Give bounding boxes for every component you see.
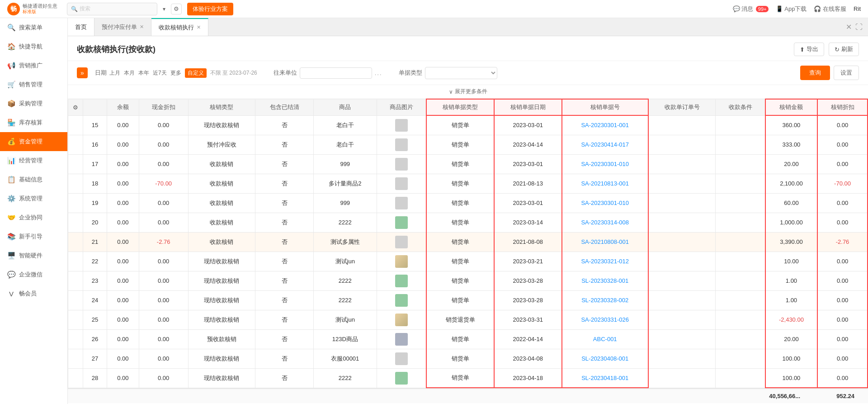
cell-receipt-order-no — [648, 290, 716, 310]
tab-collect-close[interactable]: ✕ — [197, 24, 201, 30]
refresh-button[interactable]: ↻ 刷新 — [829, 43, 859, 56]
date-custom-btn[interactable]: 自定义 — [185, 68, 207, 78]
sidebar-item-inventory[interactable]: 🏪 库存核算 — [0, 113, 67, 132]
user-name[interactable]: Rit — [854, 5, 861, 12]
expand-conditions-btn[interactable]: ∨ 展开更多条件 — [449, 88, 487, 95]
sidebar-item-shortcuts[interactable]: 🏠 快捷导航 — [0, 37, 67, 56]
logo-text: 畅捷通谱好生意 标准版 — [23, 3, 57, 14]
bill-no-link[interactable]: SA-20230314-008 — [581, 219, 629, 226]
export-button[interactable]: ⬆ 导出 — [794, 43, 824, 56]
bill-no-link[interactable]: SA-20230321-012 — [581, 258, 629, 265]
date-btn-7days[interactable]: 近7天 — [153, 69, 167, 77]
cell-writeoff-bill-date: 2023-03-28 — [494, 271, 562, 290]
tab-collect[interactable]: 收款核销执行 ✕ — [151, 18, 208, 36]
cell-settings — [68, 174, 83, 193]
sidebar-item-operations[interactable]: 📊 经营管理 — [0, 151, 67, 170]
cell-writeoff-bill-no[interactable]: SA-20230301-010 — [562, 154, 648, 174]
sidebar-item-enterprise[interactable]: 🤝 企业协同 — [0, 208, 67, 227]
settings-button[interactable]: 设置 — [834, 66, 859, 80]
bill-no-link[interactable]: SA-20210813-001 — [581, 180, 629, 187]
cell-writeoff-bill-no[interactable]: SA-20230331-026 — [562, 310, 648, 329]
tab-prepay-close[interactable]: ✕ — [140, 24, 144, 30]
bill-no-link[interactable]: ABC-001 — [593, 336, 617, 342]
sidebar-item-sales[interactable]: 🛒 销售管理 — [0, 75, 67, 94]
th-balance: 余额 — [107, 99, 139, 115]
date-btn-this-year[interactable]: 本年 — [138, 69, 149, 77]
query-button[interactable]: 查询 — [800, 66, 830, 80]
filter-expand-arrow[interactable]: » — [77, 67, 88, 78]
cell-writeoff-bill-no[interactable]: SA-20230321-012 — [562, 252, 648, 271]
cell-receipt-condition — [716, 115, 765, 135]
tab-bar: 首页 预付冲应付单 ✕ 收款核销执行 ✕ ✕ ⛶ — [68, 18, 868, 36]
bill-no-link[interactable]: SL-20230418-001 — [581, 375, 628, 381]
bill-no-link[interactable]: SA-20230301-010 — [581, 161, 629, 167]
messages-link[interactable]: 💬 消息 99+ — [733, 5, 769, 13]
date-btn-this-month[interactable]: 本月 — [124, 69, 135, 77]
cell-writeoff-type: 现结收款核销 — [188, 310, 255, 329]
export-icon: ⬆ — [800, 46, 805, 53]
industry-solution-button[interactable]: 体验行业方案 — [187, 3, 233, 15]
cell-writeoff-bill-date: 2021-08-13 — [494, 174, 562, 193]
sidebar-item-member[interactable]: V 畅会员 — [0, 284, 67, 303]
cell-writeoff-bill-no[interactable]: SA-20230314-008 — [562, 213, 648, 232]
th-product: 商品 — [313, 99, 377, 115]
tab-maximize[interactable]: ⛶ — [855, 23, 863, 31]
cell-receipt-condition — [716, 154, 765, 174]
bill-no-link[interactable]: SL-20230328-002 — [581, 297, 628, 304]
receipt-type-select[interactable] — [425, 67, 497, 79]
bill-no-link[interactable]: SA-20210808-001 — [581, 238, 629, 245]
bill-no-link[interactable]: SA-20230414-017 — [581, 141, 629, 148]
cell-writeoff-bill-no[interactable]: SA-20210813-001 — [562, 174, 648, 193]
cell-writeoff-bill-no[interactable]: SL-20230328-002 — [562, 290, 648, 310]
cell-writeoff-bill-no[interactable]: SA-20230414-017 — [562, 135, 648, 154]
tab-home[interactable]: 首页 — [68, 18, 94, 36]
cell-receipt-order-no — [648, 271, 716, 290]
cell-writeoff-bill-date: 2023-03-14 — [494, 213, 562, 232]
bill-no-link[interactable]: SA-20230301-010 — [581, 200, 629, 206]
bill-no-link[interactable]: SA-20230331-026 — [581, 316, 629, 323]
cell-receipt-order-no — [648, 193, 716, 213]
cell-receipt-condition — [716, 368, 765, 388]
search-dropdown[interactable]: ▾ — [163, 6, 165, 12]
cell-cash-discount: 0.00 — [139, 252, 188, 271]
cell-writeoff-bill-date: 2023-04-14 — [494, 135, 562, 154]
cell-cash-discount: 0.00 — [139, 135, 188, 154]
app-download-link[interactable]: 📱 App下载 — [776, 5, 807, 13]
date-btn-last-month[interactable]: 上月 — [109, 69, 120, 77]
cell-writeoff-bill-no[interactable]: SL-20230418-001 — [562, 368, 648, 388]
th-receipt-order-no: 收款单订单号 — [648, 99, 716, 115]
cell-writeoff-bill-no[interactable]: ABC-001 — [562, 329, 648, 349]
gear-button[interactable]: ⚙ — [171, 4, 182, 14]
cell-writeoff-bill-no[interactable]: SL-20230328-001 — [562, 271, 648, 290]
date-btn-more[interactable]: 更多 — [170, 69, 181, 77]
sidebar-item-search[interactable]: 🔍 搜索菜单 — [0, 18, 67, 37]
cell-writeoff-bill-no[interactable]: SL-20230408-001 — [562, 349, 648, 368]
expand-bar: ∨ 展开更多条件 — [68, 85, 868, 99]
bill-no-link[interactable]: SL-20230408-001 — [581, 355, 628, 362]
bill-no-link[interactable]: SA-20230301-001 — [581, 122, 629, 128]
sidebar-item-basic[interactable]: 📋 基础信息 — [0, 170, 67, 189]
sidebar-item-hardware[interactable]: 🖥️ 智能硬件 — [0, 246, 67, 265]
cell-seq: 22 — [83, 252, 107, 271]
cell-writeoff-bill-no[interactable]: SA-20230301-010 — [562, 193, 648, 213]
counterpart-dots: ... — [375, 70, 382, 76]
page-header: 收款核销执行(按收款) ⬆ 导出 ↻ 刷新 — [68, 36, 868, 61]
sidebar-item-system[interactable]: ⚙️ 系统管理 — [0, 189, 67, 208]
sidebar-item-marketing[interactable]: 📢 营销推广 — [0, 56, 67, 75]
cell-writeoff-bill-date: 2023-03-01 — [494, 115, 562, 135]
cell-included-settled: 否 — [255, 135, 314, 154]
sidebar-item-guide[interactable]: 📚 新手引导 — [0, 227, 67, 246]
sidebar-item-purchase[interactable]: 📦 采购管理 — [0, 94, 67, 113]
content-area: 首页 预付冲应付单 ✕ 收款核销执行 ✕ ✕ ⛶ 收款核销执行(按收款) — [68, 18, 868, 404]
sidebar-item-wechat[interactable]: 💬 企业微信 — [0, 265, 67, 284]
tab-prepay[interactable]: 预付冲应付单 ✕ — [94, 18, 151, 36]
tab-close-all[interactable]: ✕ — [846, 23, 852, 31]
cell-writeoff-bill-no[interactable]: SA-20230301-001 — [562, 115, 648, 135]
cell-seq: 28 — [83, 368, 107, 388]
bill-no-link[interactable]: SL-20230328-001 — [581, 277, 628, 284]
counterpart-input[interactable] — [300, 67, 372, 79]
cell-seq: 15 — [83, 115, 107, 135]
cell-writeoff-bill-no[interactable]: SA-20210808-001 — [562, 232, 648, 252]
sidebar-item-finance[interactable]: 💰 资金管理 — [0, 132, 67, 151]
online-service-link[interactable]: 🎧 在线客服 — [814, 5, 846, 13]
